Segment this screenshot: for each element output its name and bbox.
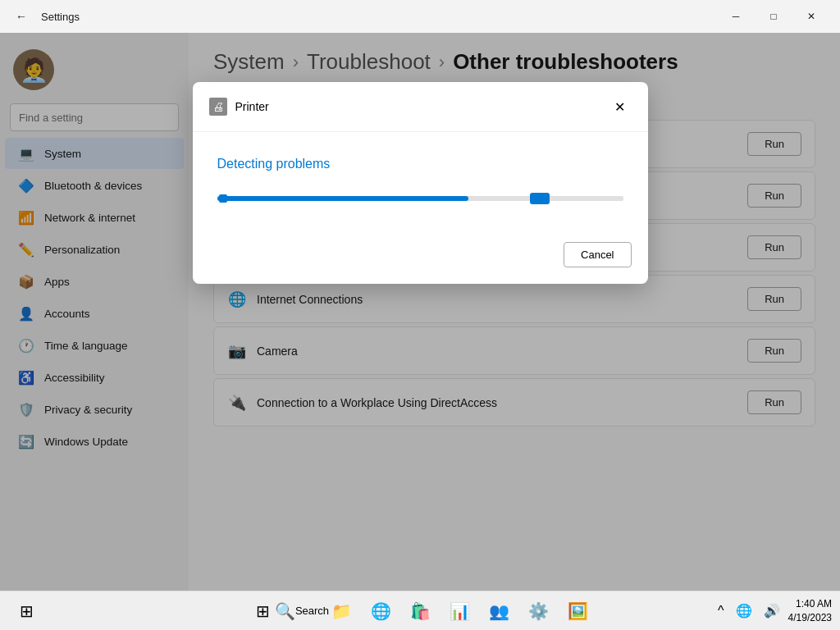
taskbar-left: ⊞ [8, 593, 44, 629]
progress-track [217, 196, 623, 201]
modal-close-button[interactable]: ✕ [609, 95, 632, 118]
file-explorer-button[interactable]: 📁 [323, 593, 359, 629]
title-bar: ← Settings ─ □ ✕ [0, 0, 840, 33]
modal-title: Printer [235, 100, 269, 113]
printer-troubleshooter-modal: 🖨 Printer ✕ Detecting problems Cancel [193, 82, 648, 284]
photos-button[interactable]: 🖼️ [559, 593, 596, 629]
chrome-button[interactable]: 🌐 [363, 593, 399, 629]
taskbar-clock[interactable]: 1:40 AM 4/19/2023 [788, 597, 832, 625]
modal-header: 🖨 Printer ✕ [193, 82, 648, 132]
office-button[interactable]: 📊 [441, 593, 477, 629]
modal-footer: Cancel [193, 242, 648, 284]
close-button[interactable]: ✕ [792, 3, 830, 30]
minimize-button[interactable]: ─ [717, 3, 755, 30]
taskbar-center: ⊞ 🔍 Search 📁 🌐 🛍️ 📊 👥 ⚙️ 🖼️ [244, 593, 596, 629]
maximize-button[interactable]: □ [755, 3, 792, 30]
printer-icon: 🖨 [209, 98, 227, 116]
settings-taskbar-button[interactable]: ⚙️ [520, 593, 556, 629]
taskbar: ⊞ ⊞ 🔍 Search 📁 🌐 🛍️ 📊 👥 ⚙️ 🖼️ ^ 🌐 🔊 1:40… [0, 591, 840, 630]
modal-header-left: 🖨 Printer [209, 98, 269, 116]
window-title: Settings [41, 11, 80, 23]
start-button[interactable]: ⊞ [8, 593, 44, 629]
progress-dot-right [530, 193, 550, 204]
search-taskbar-button[interactable]: 🔍 Search [284, 593, 320, 629]
language-icon[interactable]: 🌐 [733, 600, 756, 622]
title-bar-left: ← Settings [10, 5, 80, 28]
back-button[interactable]: ← [10, 5, 33, 28]
progress-dot-left [219, 194, 227, 203]
volume-icon[interactable]: 🔊 [760, 600, 783, 622]
taskbar-time: 1:40 AM [788, 597, 832, 611]
taskbar-right: ^ 🌐 🔊 1:40 AM 4/19/2023 [714, 597, 832, 625]
tray-chevron[interactable]: ^ [714, 600, 728, 622]
window-controls: ─ □ ✕ [717, 3, 830, 30]
modal-body: Detecting problems [193, 132, 648, 242]
progress-fill [217, 196, 469, 201]
teams-button[interactable]: 👥 [481, 593, 517, 629]
store-button[interactable]: 🛍️ [402, 593, 438, 629]
detecting-problems-text: Detecting problems [217, 157, 623, 171]
cancel-button[interactable]: Cancel [564, 242, 631, 267]
taskbar-date: 4/19/2023 [788, 611, 832, 625]
progress-bar-container [217, 196, 623, 201]
modal-overlay: 🖨 Printer ✕ Detecting problems Cancel [0, 33, 840, 591]
